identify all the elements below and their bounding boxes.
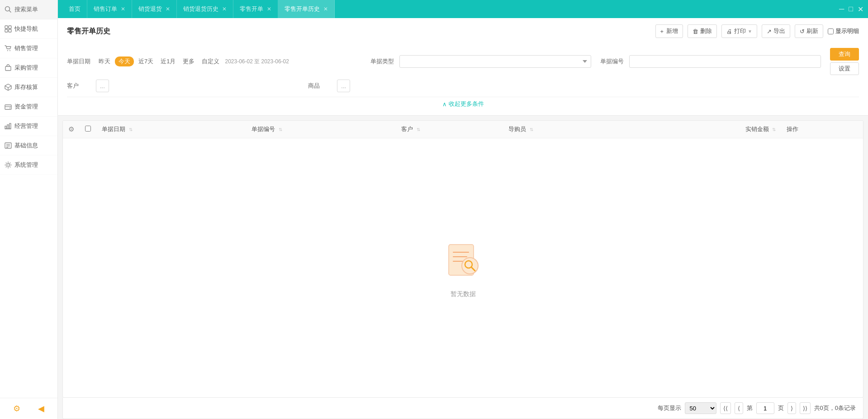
settings-filter-button[interactable]: 设置	[830, 62, 859, 75]
print-icon: 🖨	[726, 28, 732, 35]
tab-sales-return-close[interactable]: ✕	[166, 6, 170, 12]
page-title: 零售开单历史	[67, 27, 110, 36]
page-input[interactable]	[756, 402, 774, 414]
add-button[interactable]: + 新增	[655, 24, 683, 38]
page-label: 第	[747, 404, 753, 412]
svg-rect-4	[5, 29, 8, 32]
last-page-btn[interactable]: ⟩⟩	[800, 402, 811, 414]
refresh-button[interactable]: ↺ 刷新	[795, 24, 823, 38]
sidebar-item-inventory[interactable]: 库存核算	[0, 78, 57, 97]
last-month-btn[interactable]: 近1月	[158, 56, 178, 66]
print-button[interactable]: 🖨 打印 ▼	[721, 24, 757, 38]
grid-icon	[5, 25, 12, 33]
sort-doc-no-icon: ⇅	[279, 127, 282, 132]
customer-select-btn[interactable]: ...	[96, 80, 109, 92]
doc-no-input[interactable]	[629, 55, 821, 68]
tab-sales-order-close[interactable]: ✕	[121, 6, 125, 12]
svg-rect-13	[7, 125, 9, 129]
export-icon: ↗	[767, 28, 772, 35]
tab-bar-right: ─ □ ✕	[839, 5, 863, 14]
tab-retail-open-close[interactable]: ✕	[267, 6, 271, 12]
doc-type-filter: 单据类型	[370, 55, 591, 68]
tab-retail-history[interactable]: 零售开单历史 ✕	[278, 0, 335, 18]
table-wrapper: ⚙ 单据日期 ⇅ 单据编号 ⇅	[62, 120, 863, 398]
doc-no-label: 单据编号	[600, 57, 626, 66]
th-customer[interactable]: 客户 ⇅	[396, 121, 503, 138]
tab-retail-open[interactable]: 零售开单 ✕	[233, 0, 278, 18]
last7-btn[interactable]: 近7天	[136, 56, 156, 66]
select-all-checkbox[interactable]	[85, 126, 91, 132]
goods-select-btn[interactable]: ...	[337, 80, 350, 92]
cart-icon	[5, 45, 12, 52]
export-label: 导出	[773, 27, 785, 35]
yesterday-btn[interactable]: 昨天	[96, 56, 113, 66]
sidebar-item-label: 销售管理	[14, 44, 38, 52]
table-head: ⚙ 单据日期 ⇅ 单据编号 ⇅	[63, 121, 863, 138]
prev-page-btn[interactable]: ⟨	[735, 402, 743, 414]
more-date-btn[interactable]: 更多	[180, 56, 197, 66]
export-button[interactable]: ↗ 导出	[762, 24, 790, 38]
tab-home[interactable]: 首页	[62, 0, 87, 18]
sort-amount-icon: ⇅	[772, 127, 776, 132]
sidebar-item-label: 库存核算	[14, 83, 38, 91]
date-range-text: 2023-06-02 至 2023-06-02	[225, 58, 289, 66]
svg-rect-14	[9, 123, 11, 129]
first-page-btn[interactable]: ⟨⟨	[720, 402, 731, 414]
collapse-bottom-icon[interactable]: ◀	[38, 404, 44, 414]
goods-label: 商品	[308, 82, 333, 90]
th-doc-no[interactable]: 单据编号 ⇅	[246, 121, 396, 138]
goods-filter: 商品 ...	[308, 80, 540, 92]
sidebar-item-label: 快捷导航	[14, 25, 38, 33]
today-btn[interactable]: 今天	[115, 56, 134, 66]
table-settings-icon[interactable]: ⚙	[68, 125, 74, 133]
th-guide[interactable]: 导购员 ⇅	[503, 121, 631, 138]
display-detail-checkbox[interactable]	[828, 28, 834, 34]
custom-date-btn[interactable]: 自定义	[199, 56, 222, 66]
next-page-btn[interactable]: ⟩	[787, 402, 796, 414]
per-page-select[interactable]: 50 10 20 100	[685, 402, 716, 414]
wallet-icon	[5, 103, 12, 111]
sidebar-item-system-mgmt[interactable]: 系统管理	[0, 155, 57, 175]
page-unit: 页	[778, 404, 784, 412]
empty-text: 暂无数据	[451, 290, 476, 298]
query-button[interactable]: 查询	[830, 48, 859, 61]
sidebar-item-label: 采购管理	[14, 64, 38, 72]
sidebar-item-purchase-mgmt[interactable]: 采购管理	[0, 58, 57, 78]
tab-sales-return-history-close[interactable]: ✕	[222, 6, 227, 12]
date-quick-btns: 昨天 今天 近7天 近1月 更多 自定义	[96, 56, 222, 66]
sidebar-item-sales-mgmt[interactable]: 销售管理	[0, 39, 57, 58]
search-icon	[5, 6, 12, 14]
refresh-label: 刷新	[806, 27, 818, 35]
collapse-bar[interactable]: ∧ 收起更多条件	[67, 97, 859, 110]
sidebar-search[interactable]: 搜索菜单	[0, 0, 57, 19]
date-filter: 单据日期 昨天 今天 近7天 近1月 更多 自定义 2023-06-02 至 2…	[67, 56, 361, 66]
doc-type-select[interactable]	[399, 55, 591, 68]
sidebar-item-business[interactable]: 经营管理	[0, 117, 57, 136]
svg-rect-10	[5, 105, 11, 109]
th-settings: ⚙	[63, 121, 80, 138]
window-minimize-icon[interactable]: ─	[839, 5, 844, 13]
sidebar-item-quick-nav[interactable]: 快捷导航	[0, 19, 57, 39]
tab-sales-return-history[interactable]: 销货退货历史 ✕	[177, 0, 233, 18]
settings-bottom-icon[interactable]: ⚙	[13, 404, 20, 414]
tab-retail-history-close[interactable]: ✕	[323, 6, 328, 12]
sidebar-item-basic-info[interactable]: 基础信息	[0, 136, 57, 155]
display-detail-toggle[interactable]: 显示明细	[828, 27, 859, 35]
svg-rect-8	[5, 66, 11, 71]
delete-button[interactable]: 🗑 删除	[688, 24, 717, 38]
info-icon	[5, 142, 12, 150]
sidebar-search-label: 搜索菜单	[14, 5, 38, 14]
sidebar-item-finance[interactable]: 资金管理	[0, 97, 57, 117]
th-doc-date[interactable]: 单据日期 ⇅	[96, 121, 246, 138]
tab-sales-order[interactable]: 销售订单 ✕	[87, 0, 132, 18]
svg-rect-12	[5, 126, 6, 129]
page-title-row: 零售开单历史 + 新增 🗑 删除 🖨 打印 ▼	[67, 24, 859, 38]
tab-sales-order-label: 销售订单	[94, 5, 117, 13]
th-actual-amount[interactable]: 实销金额 ⇅	[631, 121, 781, 138]
window-maximize-icon[interactable]: □	[849, 5, 853, 13]
svg-rect-2	[5, 26, 8, 28]
display-detail-label: 显示明细	[835, 27, 859, 35]
window-close-icon[interactable]: ✕	[858, 5, 863, 14]
bag-icon	[5, 64, 12, 72]
tab-sales-return[interactable]: 销货退货 ✕	[132, 0, 177, 18]
